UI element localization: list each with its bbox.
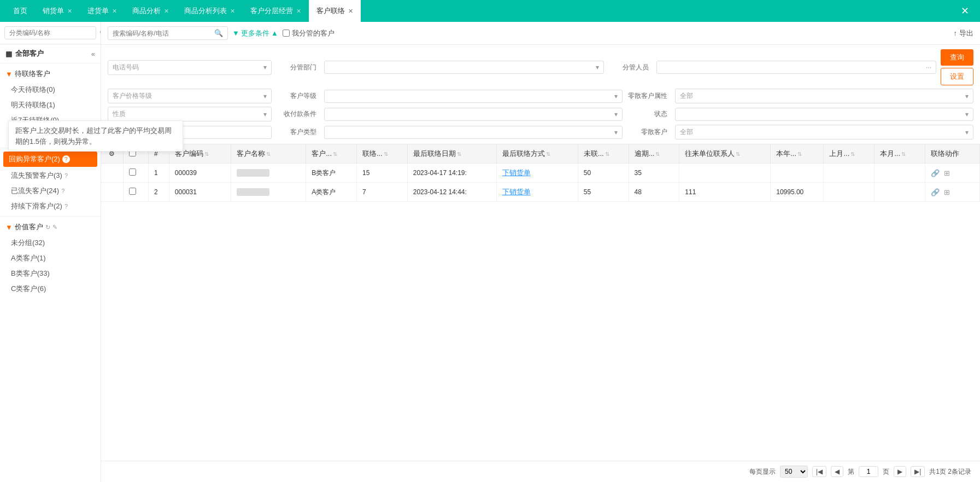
status-field[interactable]: ▾ xyxy=(675,108,973,121)
contact-method-link[interactable]: 下销货单 xyxy=(502,169,531,177)
close-icon[interactable]: ✕ xyxy=(348,8,353,15)
prev-page-button[interactable]: ◀ xyxy=(831,466,843,477)
last-page-button[interactable]: ▶| xyxy=(911,466,925,477)
collapse-icon[interactable]: « xyxy=(91,50,95,58)
payment-field[interactable]: ▾ xyxy=(324,108,623,121)
nav-tab-product-analysis[interactable]: 商品分析 ✕ xyxy=(125,0,177,22)
filter-row-3: 性质 ▾ 收付款条件 ▾ 状态 ▾ xyxy=(108,107,973,121)
sync-icon[interactable]: ↻ xyxy=(45,224,50,231)
my-customers-check[interactable] xyxy=(283,30,290,37)
td-name xyxy=(231,164,306,183)
edit-icon[interactable]: ✎ xyxy=(52,224,57,231)
search-icon[interactable]: 🔍 xyxy=(214,29,223,37)
export-button[interactable]: ↑ 导出 xyxy=(954,28,974,38)
th-type[interactable]: 客户...⇅ xyxy=(306,144,357,164)
nav-tab-customer-contact[interactable]: 客户联络 ✕ xyxy=(309,0,361,22)
customer-level-field[interactable]: ▾ xyxy=(324,90,623,103)
next-page-button[interactable]: ▶ xyxy=(894,466,906,477)
sort-icon: ⇅ xyxy=(736,151,740,157)
th-last-contact-date[interactable]: 最后联络日期⇅ xyxy=(407,144,496,164)
th-contact[interactable]: 联络...⇅ xyxy=(356,144,407,164)
contact-icon[interactable]: 🔗 xyxy=(931,169,940,177)
more-conditions-button[interactable]: ▼ 更多条件 ▲ xyxy=(232,28,278,38)
divider2 xyxy=(0,216,101,217)
sort-icon: ⇅ xyxy=(266,151,271,157)
td-this-month xyxy=(875,164,925,183)
th-overdue[interactable]: 逾期...⇅ xyxy=(629,144,679,164)
retail-customer-field[interactable]: 全部 ▾ xyxy=(675,125,973,140)
th-contact-person[interactable]: 往来单位联系人⇅ xyxy=(679,144,771,164)
th-this-month[interactable]: 本月...⇅ xyxy=(875,144,925,164)
blurred-name xyxy=(237,169,269,177)
customer-type-field[interactable]: ▾ xyxy=(324,126,623,139)
nav-tab-customer-segmentation[interactable]: 客户分层经营 ✕ xyxy=(243,0,309,22)
td-action: 🔗 ⊞ xyxy=(925,183,980,202)
close-icon[interactable]: ✕ xyxy=(164,8,169,15)
filter-row-1: 电话号码 ▾ 分管部门 ▾ 分管人员 ··· xyxy=(108,49,973,85)
td-last-contact-method: 下销货单 xyxy=(496,164,578,183)
first-page-button[interactable]: |◀ xyxy=(812,466,826,477)
sidebar-item-unclassified[interactable]: 未分组(32) xyxy=(0,235,101,251)
manager-label: 分管人员 xyxy=(608,63,652,72)
sidebar-item-b-class[interactable]: B类客户(33) xyxy=(0,266,101,281)
per-page-select[interactable]: 50 100 xyxy=(780,466,808,478)
window-close-button[interactable]: ✕ xyxy=(955,5,975,17)
pending-contact-title[interactable]: ▼ 待联络客户 xyxy=(0,66,101,82)
content-area: 🔍 ▼ 更多条件 ▲ 我分管的客户 ↑ 导出 电话号码 ▾ xyxy=(101,22,980,482)
action-icons: 🔗 ⊞ xyxy=(931,169,974,177)
nav-tab-sales[interactable]: 销货单 ✕ xyxy=(35,0,80,22)
contact-icon[interactable]: 🔗 xyxy=(931,188,940,196)
set-button[interactable]: 设置 xyxy=(941,68,973,85)
sidebar-item-a-class[interactable]: A类客户(1) xyxy=(0,251,101,266)
close-icon[interactable]: ✕ xyxy=(67,8,72,15)
more-action-icon[interactable]: ⊞ xyxy=(944,188,950,196)
sort-icon: ⇅ xyxy=(384,151,388,157)
more-icon[interactable]: ··· xyxy=(926,63,931,71)
sidebar-item-lost[interactable]: 已流失客户(24) ? xyxy=(0,183,101,199)
chevron-down-icon: ▾ xyxy=(263,92,267,100)
query-button[interactable]: 查询 xyxy=(941,49,973,66)
close-icon[interactable]: ✕ xyxy=(112,8,117,15)
th-name[interactable]: 客户名称⇅ xyxy=(231,144,306,164)
help-icon: ? xyxy=(61,188,64,194)
chevron-down-icon: ▾ xyxy=(965,111,969,118)
gender-field[interactable]: 性质 ▾ xyxy=(108,107,272,121)
chevron-down-icon: ▾ xyxy=(263,111,267,118)
nav-tab-product-analysis-list[interactable]: 商品分析列表 ✕ xyxy=(177,0,243,22)
close-icon[interactable]: ✕ xyxy=(230,8,235,15)
retail-attr-field[interactable]: 全部 ▾ xyxy=(675,89,973,103)
page-suffix: 页 xyxy=(883,467,889,477)
th-this-year[interactable]: 本年...⇅ xyxy=(771,144,824,164)
contact-method-link[interactable]: 下销货单 xyxy=(502,188,531,196)
phone-field[interactable]: 电话号码 ▾ xyxy=(108,60,272,75)
value-customers-section[interactable]: ▼ 价值客户 ↻ ✎ xyxy=(0,219,101,235)
sidebar-item-today[interactable]: 今天待联络(0) xyxy=(0,82,101,97)
td-last-month xyxy=(824,164,875,183)
sidebar-item-continuous-down[interactable]: 持续下滑客户(2) ? xyxy=(0,199,101,214)
close-icon[interactable]: ✕ xyxy=(296,8,301,15)
search-input[interactable] xyxy=(113,30,214,37)
manager-field[interactable]: ··· xyxy=(656,61,936,74)
all-customers-header[interactable]: ▦ 全部客户 « xyxy=(0,44,101,63)
price-level-field[interactable]: 客户价格等级 ▾ xyxy=(108,89,272,103)
sidebar-item-lost-pre[interactable]: 流失预警客户(3) ? xyxy=(0,168,101,183)
th-not-contacted[interactable]: 未联...⇅ xyxy=(578,144,629,164)
sort-icon: ⇅ xyxy=(901,151,906,157)
row-checkbox[interactable] xyxy=(129,188,136,195)
page-number-input[interactable] xyxy=(859,466,878,477)
sidebar-item-c-class[interactable]: C类客户(6) xyxy=(0,281,101,297)
more-action-icon[interactable]: ⊞ xyxy=(944,169,950,177)
row-checkbox[interactable] xyxy=(129,169,136,176)
department-field[interactable]: ▾ xyxy=(324,61,604,74)
th-last-month[interactable]: 上月...⇅ xyxy=(824,144,875,164)
td-overdue: 35 xyxy=(629,164,679,183)
nav-tab-purchase[interactable]: 进货单 ✕ xyxy=(80,0,125,22)
th-last-contact-method[interactable]: 最后联络方式⇅ xyxy=(496,144,578,164)
td-overdue: 48 xyxy=(629,183,679,202)
sort-icon: ⇅ xyxy=(204,151,209,157)
sidebar-item-repurchase-abnormal[interactable]: 回购异常客户(2) ? xyxy=(3,152,97,167)
category-search-input[interactable] xyxy=(4,26,96,39)
nav-home[interactable]: 首页 xyxy=(5,0,35,22)
total-records: 共1页 2条记录 xyxy=(929,467,971,477)
sidebar-item-tomorrow[interactable]: 明天待联络(1) xyxy=(0,97,101,113)
